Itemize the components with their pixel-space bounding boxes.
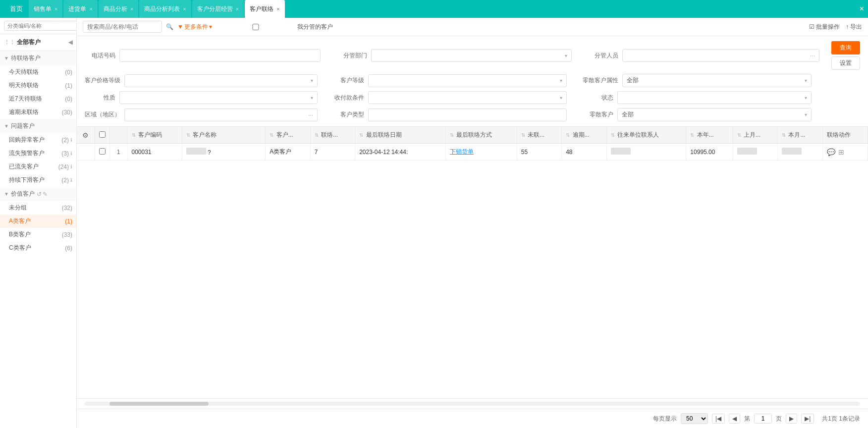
name-sort-icon: ⇅: [186, 132, 190, 138]
my-customer-checkbox[interactable]: [216, 24, 295, 30]
row-contact-cell: 7: [310, 144, 355, 160]
sidebar-item-7days[interactable]: 近7天待联络 (0): [0, 92, 76, 106]
sidebar-item-b-class[interactable]: B类客户 (33): [0, 228, 76, 241]
problem-section-label: 问题客户: [11, 122, 35, 130]
sidebar-item-churn-warning[interactable]: 流失预警客户 (3) ℹ: [0, 147, 76, 160]
sidebar: 🔍 ⋮⋮ 全部客户 ◀ ▼ 待联络客户 今天待联络 (0) 明天待联络 (1) …: [0, 18, 77, 428]
name-column-label: 客户名称: [193, 131, 217, 138]
sidebar-item-today[interactable]: 今天待联络 (0): [0, 65, 76, 79]
contact-column-label: 联络...: [321, 131, 338, 138]
next-page-btn[interactable]: ▶: [786, 414, 797, 424]
table-gear-icon[interactable]: ⚙: [82, 131, 89, 139]
payment-select[interactable]: ▾: [368, 91, 566, 104]
uncontacted-sort-icon: ⇅: [521, 132, 525, 138]
nav-tab-sales-label: 销售单: [34, 5, 52, 13]
churn-warning-info-icon: ℹ: [70, 151, 72, 156]
region-input[interactable]: ···: [124, 108, 318, 121]
sidebar-item-abnormal[interactable]: 回购异常客户 (2) ℹ: [0, 133, 76, 147]
prev-page-btn[interactable]: ◀: [729, 414, 740, 424]
customer-type-input[interactable]: [368, 108, 566, 121]
nav-tab-analysis-close[interactable]: ×: [130, 6, 133, 12]
nav-tab-customer-contact[interactable]: 客户联络 ×: [245, 0, 284, 18]
horizontal-scrollbar-thumb[interactable]: [109, 402, 209, 406]
nav-tab-customer-mgmt[interactable]: 客户分层经营 ×: [192, 0, 244, 18]
nav-tab-analysis-list[interactable]: 商品分析列表 ×: [139, 0, 191, 18]
retail-attr-arrow-icon: ▾: [805, 78, 807, 83]
sidebar-collapse-btn[interactable]: ◀: [68, 39, 72, 46]
status-label: 状态: [583, 94, 617, 102]
retail-attr-select[interactable]: 全部▾: [622, 74, 812, 87]
price-level-select[interactable]: ▾: [124, 74, 318, 87]
sidebar-item-a-class[interactable]: A类客户 (1): [0, 214, 76, 228]
main-search-icon[interactable]: 🔍: [166, 23, 173, 30]
phone-label: 电话号码: [85, 52, 119, 60]
nav-tab-purchase[interactable]: 进货单 ×: [63, 0, 97, 18]
last-page-btn[interactable]: ▶|: [801, 414, 814, 424]
this-month-sort-icon: ⇅: [782, 132, 786, 138]
sidebar-item-declining[interactable]: 持续下滑客户 (2) ℹ: [0, 173, 76, 187]
first-page-btn[interactable]: |◀: [712, 414, 725, 424]
more-conditions-btn[interactable]: ▼ 更多条件 ▾: [177, 23, 212, 31]
payment-field: 收付款条件 ▾: [333, 91, 566, 104]
nav-tab-analysis-list-close[interactable]: ×: [183, 6, 186, 12]
sidebar-search-input[interactable]: [4, 21, 77, 31]
chat-action-icon[interactable]: 💬: [827, 148, 835, 156]
nav-tab-sales[interactable]: 销售单 ×: [29, 0, 62, 18]
last-month-sort-icon: ⇅: [737, 132, 741, 138]
customer-level-select[interactable]: ▾: [368, 74, 566, 87]
batch-op-btn[interactable]: ☑ 批量操作: [809, 23, 840, 31]
page-input[interactable]: [754, 414, 772, 424]
nature-select[interactable]: ▾: [119, 91, 318, 104]
sidebar-item-overdue[interactable]: 逾期未联络 (30): [0, 106, 76, 119]
close-all-button[interactable]: ×: [860, 4, 864, 13]
row-checkbox[interactable]: [99, 148, 106, 155]
dept-select[interactable]: ▾: [371, 49, 572, 62]
manager-input[interactable]: ···: [622, 49, 819, 62]
query-button[interactable]: 查询: [831, 41, 860, 54]
sidebar-item-c-class[interactable]: C类客户 (6): [0, 241, 76, 255]
select-all-checkbox[interactable]: [99, 131, 106, 138]
sidebar-all-customers-label[interactable]: 全部客户: [17, 38, 41, 47]
value-edit-icon[interactable]: ✎: [43, 191, 48, 198]
today-pending-count: (0): [65, 69, 72, 76]
sidebar-section-value[interactable]: ▼ 价值客户 ↺ ✎: [0, 187, 76, 201]
setting-button[interactable]: 设置: [831, 56, 860, 70]
nav-tab-customer-mgmt-close[interactable]: ×: [236, 6, 239, 12]
row-last-way-cell: 下销货单: [445, 144, 517, 160]
sidebar-item-unclassified[interactable]: 未分组 (32): [0, 201, 76, 214]
retail-customer-arrow-icon: ▾: [805, 112, 807, 117]
sidebar-section-pending[interactable]: ▼ 待联络客户: [0, 51, 76, 65]
sidebar-item-tomorrow[interactable]: 明天待联络 (1): [0, 79, 76, 92]
my-customer-checkbox-label[interactable]: 我分管的客户: [216, 23, 333, 31]
retail-attr-label: 零散客户属性: [583, 76, 622, 85]
qr-action-icon[interactable]: ⊞: [838, 148, 844, 156]
value-refresh-icon[interactable]: ↺: [37, 191, 42, 198]
row-name-cell: ?: [182, 144, 266, 160]
pending-arrow-icon: ▼: [4, 55, 9, 61]
per-page-select[interactable]: 50 100 200: [681, 413, 708, 424]
nav-tab-sales-close[interactable]: ×: [54, 6, 57, 12]
sidebar-item-churned[interactable]: 已流失客户 (24) ℹ: [0, 160, 76, 173]
nav-home[interactable]: 首页: [4, 4, 29, 13]
retail-customer-select[interactable]: 全部▾: [617, 108, 812, 121]
nav-tab-purchase-close[interactable]: ×: [89, 6, 92, 12]
phone-input[interactable]: [119, 49, 321, 62]
code-sort-icon: ⇅: [132, 132, 136, 138]
status-select[interactable]: ▾: [617, 91, 812, 104]
export-label: 导出: [850, 23, 862, 31]
nature-field: 性质 ▾: [85, 91, 318, 104]
dept-label: 分管部门: [336, 52, 371, 60]
nav-tab-analysis[interactable]: 商品分析 ×: [99, 0, 138, 18]
horizontal-scrollbar[interactable]: [85, 402, 860, 406]
sidebar-section-problem[interactable]: ▼ 问题客户: [0, 119, 76, 133]
abnormal-info-icon: ℹ: [70, 137, 72, 143]
action-icons-group: 💬 ⊞: [827, 148, 864, 156]
uncontacted-column-label: 未联...: [528, 131, 544, 138]
sidebar-header: ⋮⋮ 全部客户 ◀: [0, 34, 76, 51]
export-btn[interactable]: ↑ 导出: [846, 23, 862, 31]
row-last-date-cell: 2023-04-12 14:44:: [355, 144, 446, 160]
main-search-input[interactable]: [83, 21, 162, 33]
last-way-link[interactable]: 下销货单: [450, 148, 474, 155]
nav-tab-customer-contact-close[interactable]: ×: [276, 6, 279, 12]
overdue-col-sort-icon: ⇅: [566, 132, 570, 138]
